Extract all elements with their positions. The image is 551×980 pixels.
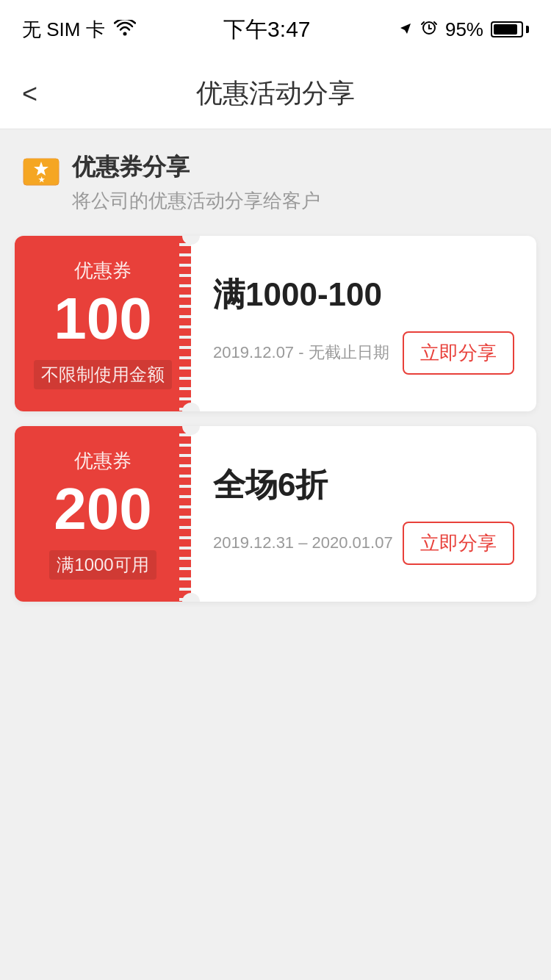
alarm-icon (420, 18, 438, 41)
status-right: 95% (398, 18, 529, 41)
coupon-bottom-row: 2019.12.07 - 无截止日期 立即分享 (213, 331, 514, 375)
share-button-2[interactable]: 立即分享 (403, 522, 514, 565)
svg-point-0 (123, 32, 126, 35)
back-button[interactable]: < (22, 79, 37, 109)
section-header: ★ 优惠券分享 将公司的优惠活动分享给客户 (0, 129, 551, 228)
status-bar: 无 SIM 卡 下午3:47 95% (0, 0, 551, 59)
share-button-1[interactable]: 立即分享 (403, 331, 514, 375)
coupon-left-panel: 优惠券 200 满1000可用 (15, 426, 191, 602)
carrier-text: 无 SIM 卡 (22, 17, 105, 43)
coupon-right-panel: 全场6折 2019.12.31 – 2020.01.07 立即分享 (191, 426, 536, 602)
empty-space (0, 602, 551, 969)
section-text-group: 优惠券分享 将公司的优惠活动分享给客户 (72, 151, 320, 214)
page-title: 优惠活动分享 (196, 76, 355, 112)
coupon-left-panel: 优惠券 100 不限制使用金额 (15, 236, 191, 411)
battery-icon (491, 21, 529, 37)
coupon-edge (179, 236, 191, 411)
coupon-date-1: 2019.12.07 - 无截止日期 (213, 342, 403, 364)
coupon-name-1: 满1000-100 (213, 273, 514, 317)
section-title: 优惠券分享 (72, 151, 320, 184)
coupon-date-2: 2019.12.31 – 2020.01.07 (213, 533, 403, 552)
coupon-item: 优惠券 100 不限制使用金额 满1000-100 2019.12.07 - 无… (15, 236, 536, 411)
coupon-edge (179, 426, 191, 602)
coupon-condition-2: 满1000可用 (49, 550, 156, 580)
coupon-label-2: 优惠券 (74, 448, 132, 474)
coupon-right-panel: 满1000-100 2019.12.07 - 无截止日期 立即分享 (191, 236, 536, 411)
svg-text:★: ★ (38, 176, 46, 184)
wifi-icon (114, 18, 136, 41)
location-icon (398, 18, 413, 41)
section-subtitle: 将公司的优惠活动分享给客户 (72, 188, 320, 214)
coupon-condition-1: 不限制使用金额 (34, 360, 172, 389)
status-left: 无 SIM 卡 (22, 17, 136, 43)
coupon-label-1: 优惠券 (74, 258, 132, 284)
coupon-item: 优惠券 200 满1000可用 全场6折 2019.12.31 – 2020.0… (15, 426, 536, 602)
coupon-amount-2: 200 (54, 480, 151, 538)
battery-percentage: 95% (445, 18, 483, 41)
coupon-amount-1: 100 (54, 289, 151, 348)
coupon-list: 优惠券 100 不限制使用金额 满1000-100 2019.12.07 - 无… (0, 228, 551, 602)
coupon-name-2: 全场6折 (213, 464, 514, 507)
nav-bar: < 优惠活动分享 (0, 59, 551, 129)
coupon-bottom-row: 2019.12.31 – 2020.01.07 立即分享 (213, 522, 514, 565)
coupon-section-icon: ★ (22, 153, 60, 191)
status-time: 下午3:47 (223, 15, 310, 45)
